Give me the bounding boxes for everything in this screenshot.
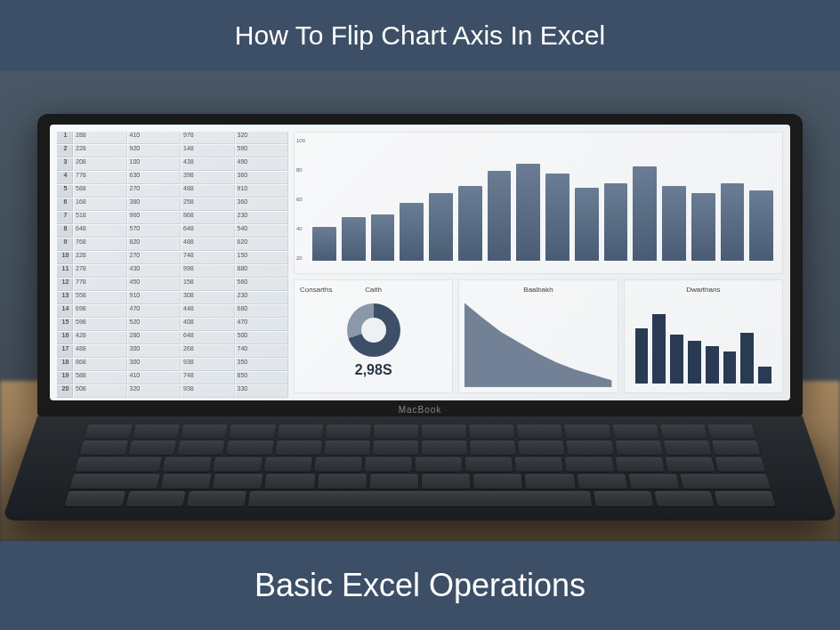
top-bar-chart: 10080604020 [294,132,783,274]
footer-banner: Basic Excel Operations [0,541,840,630]
area-chart-icon [464,295,611,387]
laptop-brand: MacBook [399,405,442,415]
hero-image: 1288410978320222892014859032081004384904… [0,71,840,541]
laptop-bezel: 1288410978320222892014859032081004384904… [37,114,803,416]
panel-title-bars: Dwarthans [630,286,777,294]
laptop-keyboard [2,416,838,521]
donut-value: 2,98S [355,362,392,378]
header-banner: How To Flip Chart Axis In Excel [0,0,840,71]
laptop-screen: 1288410978320222892014859032081004384904… [50,125,790,400]
panel-title-area: Baalbakh [464,286,611,294]
donut-panel: Caith Consarths 2,98S [294,279,453,393]
mini-bar-chart [630,295,777,387]
mini-bars-panel: Dwarthans [624,279,783,393]
header-title: How To Flip Chart Axis In Excel [235,20,605,51]
y-axis-ticks: 10080604020 [296,138,305,261]
area-panel: Baalbakh [458,279,618,393]
bottom-chart-row: Caith Consarths 2,98S Baalbakh [294,279,783,393]
laptop: 1288410978320222892014859032081004384904… [37,114,803,541]
panel-title-donut: Consarths [300,286,332,294]
footer-title: Basic Excel Operations [254,567,586,604]
donut-chart-icon [347,303,400,357]
charts-area: 10080604020 Caith Consarths 2,98S [294,132,783,393]
spreadsheet-grid: 1288410978320222892014859032081004384904… [57,132,288,393]
